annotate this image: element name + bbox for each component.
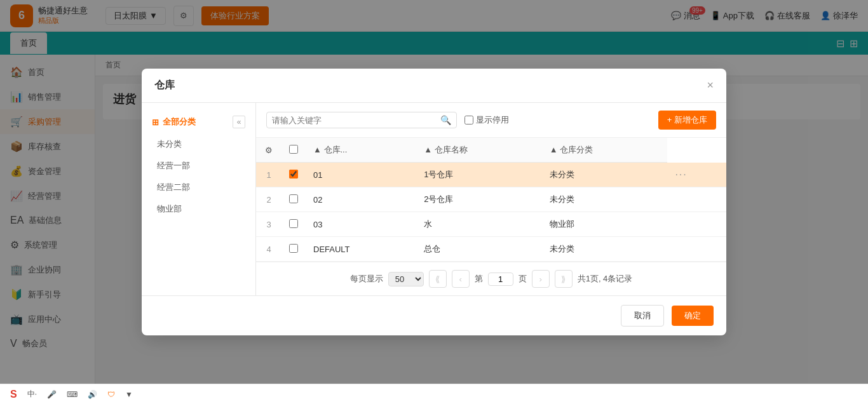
row-code: DEFAULT [306,237,416,262]
search-input[interactable] [272,116,437,125]
dialog-close-btn[interactable]: × [707,79,714,92]
category-panel: ⊞ 全部分类 « 未分类 经营一部 经营二部 物业部 [142,103,256,295]
row-name: 1号仓库 [416,163,542,187]
category-item-uncat[interactable]: 未分类 [142,133,255,155]
col-header-settings[interactable]: ⚙ [256,138,281,163]
table-head: ⚙ ▲ 仓库... ▲ [256,138,726,163]
dialog-header: 仓库 × [142,69,726,103]
row-checkbox[interactable] [289,219,298,228]
status-s-icon: S [10,389,17,400]
category-collapse-btn[interactable]: « [233,116,245,128]
table-row[interactable]: 4 DEFAULT 总仓 未分类 [256,237,726,262]
category-item-ops1[interactable]: 经营一部 [142,155,255,177]
dialog-title: 仓库 [154,79,175,92]
next-page-btn[interactable]: › [532,270,550,288]
show-disabled-checkbox[interactable] [465,116,473,125]
status-keyboard-icon: ⌨ [67,390,78,399]
row-checkbox[interactable] [289,244,298,253]
page-suffix: 页 [519,273,527,285]
warehouse-table-wrap: ⚙ ▲ 仓库... ▲ [256,138,726,262]
dialog-body: ⊞ 全部分类 « 未分类 经营一部 经营二部 物业部 [142,103,726,295]
row-name: 水 [416,212,542,237]
row-checkbox-cell[interactable] [281,163,306,187]
category-item-prop[interactable]: 物业部 [142,198,255,220]
dialog-footer: 取消 确定 [142,295,726,335]
row-actions[interactable]: ··· [667,163,726,187]
total-label: 共1页, 4条记录 [578,273,633,285]
col-header-checkbox[interactable] [281,138,306,163]
row-category: 未分类 [542,237,668,262]
status-mic-icon: 🎤 [47,390,57,399]
select-all-checkbox[interactable] [289,145,298,154]
search-box: 🔍 [266,112,457,128]
all-category-text: 全部分类 [163,116,196,128]
row-code: 03 [306,212,416,237]
row-num: 2 [256,187,281,212]
dialog-overlay: 仓库 × ⊞ 全部分类 « 未分类 经营一部 [0,0,868,404]
col-header-name: ▲ 仓库名称 [416,138,542,163]
grid-icon: ⊞ [152,118,159,127]
warehouse-dialog: 仓库 × ⊞ 全部分类 « 未分类 经营一部 [142,69,726,335]
row-code: 01 [306,163,416,187]
table-row[interactable]: 3 03 水 物业部 [256,212,726,237]
first-page-btn[interactable]: ⟪ [429,270,447,288]
new-warehouse-btn[interactable]: + 新增仓库 [658,111,716,130]
row-name: 总仓 [416,237,542,262]
page-label: 第 [475,273,483,285]
row-more-icon[interactable]: ··· [675,169,687,180]
per-page-select[interactable]: 102050100 [388,272,424,286]
row-checkbox-cell[interactable] [281,187,306,212]
status-shield-icon: 🛡 [107,390,115,399]
show-disabled-label[interactable]: 显示停用 [465,114,509,126]
table-row[interactable]: 1 01 1号仓库 未分类··· [256,163,726,187]
sort-icon: ▲ [313,145,322,154]
status-sound-icon: 🔊 [88,390,97,399]
per-page-label: 每页显示 [350,273,383,285]
row-category: 未分类 [542,163,668,187]
row-category: 未分类 [542,187,668,212]
row-checkbox-cell[interactable] [281,212,306,237]
warehouse-table: ⚙ ▲ 仓库... ▲ [256,138,726,262]
row-checkbox[interactable] [289,194,298,203]
sort-icon-cat: ▲ [550,145,558,154]
status-zh-label: 中· [27,389,37,400]
dialog-toolbar: 🔍 显示停用 + 新增仓库 [256,103,726,138]
row-category: 物业部 [542,212,668,237]
row-code: 02 [306,187,416,212]
row-checkbox-cell[interactable] [281,237,306,262]
status-dropdown-icon: ▼ [125,390,133,399]
category-item-ops2[interactable]: 经营二部 [142,177,255,198]
confirm-button[interactable]: 确定 [672,306,714,326]
search-icon[interactable]: 🔍 [440,115,451,125]
row-name: 2号仓库 [416,187,542,212]
table-body: 1 01 1号仓库 未分类··· 2 02 2号仓库 未分类 3 03 水 物业… [256,163,726,262]
content-panel: 🔍 显示停用 + 新增仓库 ⚙ [256,103,726,295]
page-input[interactable] [488,273,513,286]
row-checkbox[interactable] [289,170,298,178]
all-category-label: ⊞ 全部分类 [152,116,196,128]
category-header[interactable]: ⊞ 全部分类 « [142,111,255,133]
table-row[interactable]: 2 02 2号仓库 未分类 [256,187,726,212]
row-num: 1 [256,163,281,187]
row-num: 4 [256,237,281,262]
col-header-category: ▲ 仓库分类 [542,138,668,163]
col-header-code: ▲ 仓库... [306,138,416,163]
cancel-button[interactable]: 取消 [621,305,664,327]
row-num: 3 [256,212,281,237]
last-page-btn[interactable]: ⟫ [555,270,573,288]
status-bar: S 中· 🎤 ⌨ 🔊 🛡 ▼ [0,384,868,404]
pagination: 每页显示 102050100 ⟪ ‹ 第 页 › ⟫ 共1页, 4条记录 [256,262,726,295]
prev-page-btn[interactable]: ‹ [452,270,470,288]
sort-icon-name: ▲ [424,145,432,154]
